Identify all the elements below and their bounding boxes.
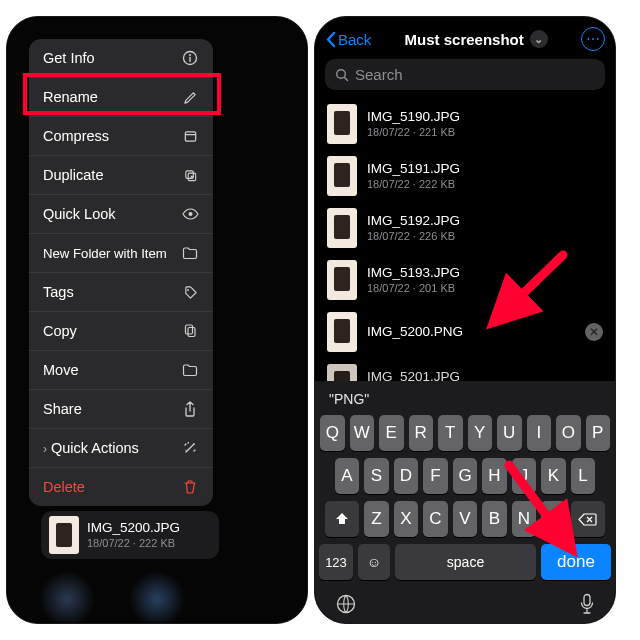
wand-icon (181, 439, 199, 457)
ellipsis-icon: ⋯ (586, 31, 600, 47)
key-q[interactable]: Q (320, 415, 345, 451)
keyboard-row-3: Z X C V B N M (319, 501, 611, 537)
menu-label: Tags (43, 284, 74, 300)
backspace-icon (578, 513, 597, 526)
file-row[interactable]: IMG_5190.JPG 18/07/22 · 221 KB (315, 98, 615, 150)
keyboard-row-2: A S D F G H J K L (319, 458, 611, 494)
menu-label: Get Info (43, 50, 95, 66)
back-label: Back (338, 31, 371, 48)
context-menu: Get Info Rename Compress Duplicate Quick… (29, 39, 213, 506)
file-thumbnail-icon (327, 104, 357, 144)
key-v[interactable]: V (453, 501, 478, 537)
pencil-icon (181, 88, 199, 106)
shift-icon (334, 512, 350, 527)
eye-icon (181, 205, 199, 223)
menu-item-duplicate[interactable]: Duplicate (29, 156, 213, 195)
menu-item-quick-look[interactable]: Quick Look (29, 195, 213, 234)
file-row[interactable]: IMG_5193.JPG 18/07/22 · 201 KB (315, 254, 615, 306)
key-n[interactable]: N (512, 501, 537, 537)
suggestion-text: "PNG" (329, 391, 369, 407)
key-g[interactable]: G (453, 458, 478, 494)
key-x[interactable]: X (394, 501, 419, 537)
key-done[interactable]: done (541, 544, 611, 580)
file-list: IMG_5190.JPG 18/07/22 · 221 KB IMG_5191.… (315, 98, 615, 410)
file-name-editing[interactable]: IMG_5200.PNG (367, 324, 575, 340)
menu-item-delete[interactable]: Delete (29, 468, 213, 506)
menu-label: Share (43, 401, 82, 417)
selected-file-preview[interactable]: IMG_5200.JPG 18/07/22 · 222 KB (41, 511, 219, 559)
file-sub-label: 18/07/22 · 226 KB (367, 230, 603, 243)
key-z[interactable]: Z (364, 501, 389, 537)
key-h[interactable]: H (482, 458, 507, 494)
back-button[interactable]: Back (325, 31, 371, 48)
file-row-editing[interactable]: IMG_5200.PNG ✕ (315, 306, 615, 358)
file-name-label: IMG_5192.JPG (367, 213, 603, 229)
file-name-label: IMG_5200.JPG (87, 520, 180, 536)
menu-label: Copy (43, 323, 77, 339)
svg-rect-2 (189, 57, 190, 62)
svg-rect-11 (185, 325, 192, 334)
menu-label: New Folder with Item (43, 246, 167, 261)
key-y[interactable]: Y (468, 415, 493, 451)
menu-label: Quick Look (43, 206, 116, 222)
clear-text-button[interactable]: ✕ (585, 323, 603, 341)
key-d[interactable]: D (394, 458, 419, 494)
mic-icon[interactable] (579, 593, 595, 615)
key-s[interactable]: S (364, 458, 389, 494)
file-row[interactable]: IMG_5192.JPG 18/07/22 · 226 KB (315, 202, 615, 254)
keyboard-bottom-row (319, 587, 611, 617)
nav-title[interactable]: Must screenshot ⌄ (405, 30, 548, 48)
key-l[interactable]: L (571, 458, 596, 494)
keyboard-suggestion-bar[interactable]: "PNG" (319, 385, 611, 415)
menu-label: Compress (43, 128, 109, 144)
key-j[interactable]: J (512, 458, 537, 494)
emoji-icon: ☺ (367, 554, 381, 570)
key-t[interactable]: T (438, 415, 463, 451)
key-e[interactable]: E (379, 415, 404, 451)
menu-item-get-info[interactable]: Get Info (29, 39, 213, 78)
key-f[interactable]: F (423, 458, 448, 494)
key-numbers[interactable]: 123 (319, 544, 353, 580)
trash-icon (181, 478, 199, 496)
menu-item-tags[interactable]: Tags (29, 273, 213, 312)
key-b[interactable]: B (482, 501, 507, 537)
chevron-left-icon (325, 31, 336, 48)
key-emoji[interactable]: ☺ (358, 544, 390, 580)
quick-actions-label: ›Quick Actions (43, 440, 139, 456)
menu-item-compress[interactable]: Compress (29, 117, 213, 156)
key-r[interactable]: R (409, 415, 434, 451)
svg-point-13 (193, 443, 195, 445)
search-field[interactable]: Search (325, 59, 605, 90)
key-u[interactable]: U (497, 415, 522, 451)
copy-icon (181, 322, 199, 340)
xmark-icon: ✕ (589, 325, 599, 339)
chevron-down-icon: ⌄ (530, 30, 548, 48)
svg-point-1 (189, 54, 191, 56)
key-m[interactable]: M (541, 501, 566, 537)
menu-label: Rename (43, 89, 98, 105)
key-space[interactable]: space (395, 544, 536, 580)
key-i[interactable]: I (527, 415, 552, 451)
key-o[interactable]: O (556, 415, 581, 451)
duplicate-icon (181, 166, 199, 184)
key-backspace[interactable] (571, 501, 605, 537)
keyboard: "PNG" Q W E R T Y U I O P A S D F G H J … (315, 381, 615, 623)
menu-item-new-folder[interactable]: New Folder with Item (29, 234, 213, 273)
menu-item-rename[interactable]: Rename (29, 78, 213, 117)
search-placeholder: Search (355, 66, 403, 83)
key-k[interactable]: K (541, 458, 566, 494)
file-sub-label: 18/07/22 · 222 KB (87, 537, 180, 550)
key-c[interactable]: C (423, 501, 448, 537)
key-p[interactable]: P (586, 415, 611, 451)
globe-icon[interactable] (335, 593, 357, 615)
menu-item-move[interactable]: Move (29, 351, 213, 390)
file-row[interactable]: IMG_5191.JPG 18/07/22 · 222 KB (315, 150, 615, 202)
menu-item-share[interactable]: Share (29, 390, 213, 429)
menu-item-quick-actions[interactable]: ›Quick Actions (29, 429, 213, 468)
menu-item-copy[interactable]: Copy (29, 312, 213, 351)
file-thumbnail-icon (327, 312, 357, 352)
key-shift[interactable] (325, 501, 359, 537)
key-w[interactable]: W (350, 415, 375, 451)
key-a[interactable]: A (335, 458, 360, 494)
more-button[interactable]: ⋯ (581, 27, 605, 51)
